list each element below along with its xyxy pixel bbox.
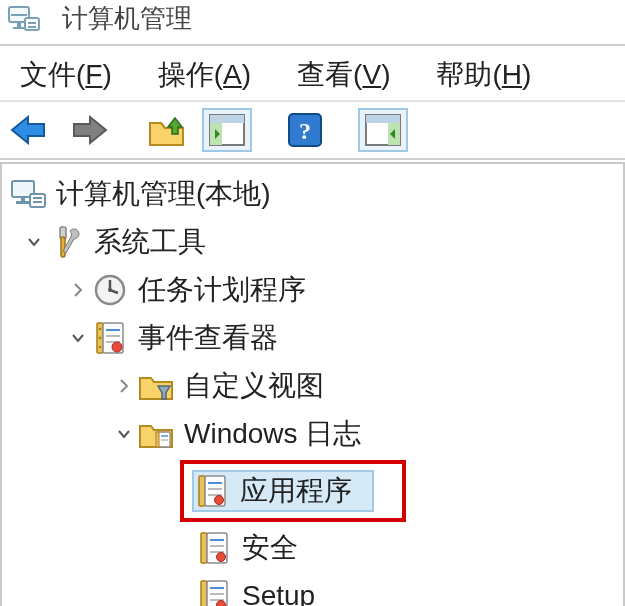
window-title: 计算机管理 [62,1,192,36]
svg-rect-1 [11,14,27,16]
tools-icon [48,224,84,260]
tree-label: 安全 [242,531,298,565]
arrow-right-icon [70,115,108,145]
svg-rect-50 [201,533,207,563]
svg-rect-44 [199,476,205,506]
chevron-down-icon[interactable] [64,324,92,352]
tree-label: 计算机管理(本地) [56,177,271,211]
folder-up-icon [147,112,187,148]
tree-label: 事件查看器 [138,321,278,355]
log-icon [194,473,230,509]
clock-icon [92,272,128,308]
svg-point-61 [217,601,226,607]
menu-help[interactable]: 帮助(H) [436,56,531,94]
tree-view[interactable]: 计算机管理(本地) 系统工具 任务 [0,162,625,606]
log-icon [196,578,232,606]
help-icon: ? [286,111,324,149]
console-tree-button[interactable] [202,108,252,152]
svg-point-33 [99,337,102,340]
tree-item-security[interactable]: 安全 [6,524,619,572]
toolbar: ? [0,102,625,160]
pane-left-icon [207,112,247,148]
event-log-icon [92,320,128,356]
svg-point-49 [215,496,224,505]
title-bar: 计算机管理 [0,0,625,44]
svg-rect-22 [30,194,45,207]
pane-right-icon [363,112,403,148]
svg-rect-23 [33,197,42,199]
tree-label: Windows 日志 [184,417,361,451]
svg-rect-10 [210,115,244,123]
tree-label: 应用程序 [240,474,352,508]
svg-text:?: ? [299,118,311,144]
computer-icon [10,176,46,212]
tree-label: Setup [242,579,315,606]
tree-item-event-viewer[interactable]: 事件查看器 [6,314,619,362]
svg-rect-16 [366,115,400,123]
help-button[interactable]: ? [280,108,330,152]
folder-filter-icon [138,368,174,404]
svg-marker-7 [12,117,44,143]
app-icon [6,0,42,36]
tree-label: 自定义视图 [184,369,324,403]
chevron-down-icon[interactable] [20,228,48,256]
svg-point-32 [99,328,102,331]
svg-point-39 [112,342,122,352]
tree-item-application[interactable]: 应用程序 [6,458,619,524]
tree-item-windows-logs[interactable]: Windows 日志 [6,410,619,458]
svg-rect-5 [28,22,36,24]
chevron-down-icon[interactable] [110,420,138,448]
tree-label: 任务计划程序 [138,273,306,307]
back-button[interactable] [4,108,54,152]
svg-rect-3 [13,27,25,29]
action-pane-button[interactable] [358,108,408,152]
svg-rect-2 [17,23,21,27]
forward-button[interactable] [64,108,114,152]
svg-rect-21 [16,201,30,204]
menu-file[interactable]: 文件(F) [20,56,112,94]
svg-marker-8 [74,117,106,143]
log-icon [196,530,232,566]
tree-item-setup[interactable]: Setup [6,572,619,606]
tree-item-root[interactable]: 计算机管理(本地) [6,170,619,218]
highlight-box: 应用程序 [180,460,406,522]
menu-action[interactable]: 操作(A) [158,56,251,94]
svg-rect-6 [28,26,36,28]
tree-label: 系统工具 [94,225,206,259]
chevron-right-icon[interactable] [110,372,138,400]
tree-item-custom-views[interactable]: 自定义视图 [6,362,619,410]
svg-rect-56 [201,581,207,606]
svg-point-55 [217,553,226,562]
svg-rect-20 [21,197,25,201]
arrow-left-icon [10,115,48,145]
svg-rect-24 [33,201,42,203]
menu-bar: 文件(F) 操作(A) 查看(V) 帮助(H) [0,44,625,102]
svg-rect-41 [156,432,159,447]
tree-item-task-scheduler[interactable]: 任务计划程序 [6,266,619,314]
folder-log-icon [138,416,174,452]
up-button[interactable] [142,108,192,152]
svg-rect-26 [61,237,65,257]
chevron-right-icon[interactable] [64,276,92,304]
tree-item-system-tools[interactable]: 系统工具 [6,218,619,266]
svg-point-34 [99,346,102,349]
menu-view[interactable]: 查看(V) [297,56,390,94]
